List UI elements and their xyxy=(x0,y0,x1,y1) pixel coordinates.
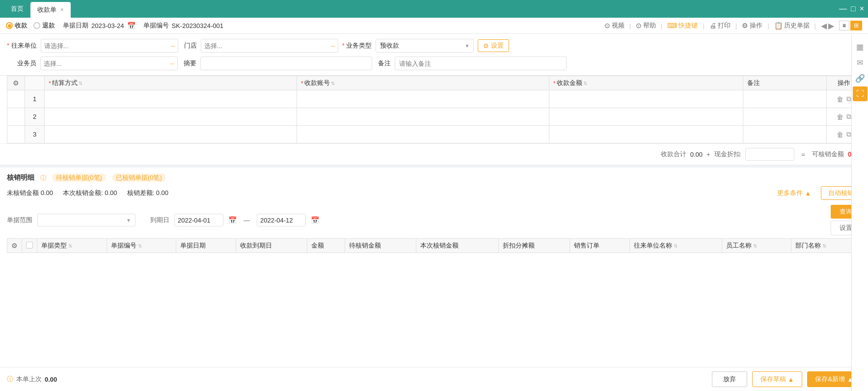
table-row: 1 🗑 ⧉ xyxy=(7,90,861,108)
nav-receipt[interactable]: 收款单 × xyxy=(30,2,71,18)
sort-dept-icon[interactable]: ⇅ xyxy=(822,243,826,249)
copy-row-3-button[interactable]: ⧉ xyxy=(846,130,851,139)
counterparty-more-icon[interactable]: ··· xyxy=(170,42,175,50)
due-date-start-input[interactable] xyxy=(174,214,223,226)
list-view-btn[interactable]: ≡ xyxy=(839,21,849,30)
bottom-table-gear-icon[interactable]: ⚙ xyxy=(11,242,18,250)
discount-input[interactable] xyxy=(745,148,794,161)
footer-info-icon[interactable]: ⓘ xyxy=(7,375,13,384)
nav-home[interactable]: 首页 xyxy=(4,0,30,18)
toolbar: 收款 退款 单据日期 2023-03-24 📅 单据编号 SK-20230324… xyxy=(0,18,868,34)
discard-button[interactable]: 放弃 xyxy=(712,371,747,387)
nav-next-icon[interactable]: ▶ xyxy=(828,21,834,30)
action-print[interactable]: 🖨 打印 xyxy=(709,21,731,30)
cell-settlement-3[interactable] xyxy=(45,126,297,143)
sidebar-table-icon[interactable]: ▦ xyxy=(853,39,868,54)
cell-remarks-3[interactable] xyxy=(743,126,827,143)
bth-sales-order: 销售订单 xyxy=(570,239,629,253)
verify-tab-done[interactable]: 已核销单据(0笔) xyxy=(112,173,166,182)
business-type-select[interactable]: 预收款 ▼ xyxy=(376,39,474,53)
cell-settlement-1[interactable] xyxy=(45,90,297,108)
right-sidebar: ▦ ✉ 🔗 ⛶ xyxy=(851,35,868,391)
staff-input[interactable] xyxy=(44,60,168,67)
verify-tab-pending[interactable]: 待核销单据(0笔) xyxy=(52,173,106,182)
due-date-start-calendar-icon[interactable]: 📅 xyxy=(228,216,237,224)
sidebar-expand-icon[interactable]: ⛶ xyxy=(853,86,868,101)
form-settings-button[interactable]: ⚙ 设置 xyxy=(478,39,509,52)
delete-row-2-button[interactable]: 🗑 xyxy=(837,112,843,121)
action-shortcut[interactable]: ⌨ 快捷键 xyxy=(667,21,698,30)
summary-input[interactable] xyxy=(200,56,372,70)
table-gear-icon[interactable]: ⚙ xyxy=(13,79,19,87)
verify-diff-stat: 核销差额: 0.00 xyxy=(127,189,169,197)
action-video[interactable]: ⊙ 视频 xyxy=(604,21,624,30)
current-verify-amount-stat: 本次核销金额: 0.00 xyxy=(63,189,117,197)
sort-bill-num-icon[interactable]: ⇅ xyxy=(138,243,142,249)
store-input-wrap[interactable]: ··· xyxy=(201,39,338,53)
store-input[interactable] xyxy=(204,42,328,50)
tab-close-icon[interactable]: × xyxy=(60,6,64,13)
sidebar-mail-icon[interactable]: ✉ xyxy=(853,55,868,70)
bth-counterparty: 往来单位名称 ⇅ xyxy=(630,239,722,253)
action-operations[interactable]: ⚙ 操作 xyxy=(742,21,762,30)
staff-more-icon[interactable]: ··· xyxy=(170,59,174,67)
view-toggle: ≡ ⊞ xyxy=(839,21,862,30)
remarks-input[interactable] xyxy=(395,56,567,70)
copy-row-1-button[interactable]: ⧉ xyxy=(846,95,851,103)
action-history[interactable]: 📋 历史单据 xyxy=(774,21,810,30)
sort-amount-icon[interactable]: ⇅ xyxy=(583,81,587,86)
window-actions: — □ × xyxy=(839,4,864,13)
history-icon: 📋 xyxy=(774,22,783,29)
counterparty-input[interactable] xyxy=(44,42,168,50)
action-help[interactable]: ⊙ 帮助 xyxy=(636,21,656,30)
top-nav: 首页 收款单 × — □ × xyxy=(0,0,868,18)
delete-row-1-button[interactable]: 🗑 xyxy=(837,95,843,103)
close-icon[interactable]: × xyxy=(860,4,864,13)
th-settlement: * 结算方式 ⇅ xyxy=(45,76,297,90)
sort-bill-type-icon[interactable]: ⇅ xyxy=(68,243,72,249)
cell-amount-1[interactable] xyxy=(549,90,743,108)
radio-refund[interactable]: 退款 xyxy=(33,21,55,30)
nav-prev-icon[interactable]: ◀ xyxy=(821,21,827,30)
th-settings: ⚙ xyxy=(7,76,25,90)
calendar-icon[interactable]: 📅 xyxy=(127,22,136,29)
cell-account-1[interactable] xyxy=(297,90,549,108)
due-date-end-input[interactable] xyxy=(257,214,306,226)
range-select[interactable]: ▼ xyxy=(37,214,136,226)
cell-remarks-1[interactable] xyxy=(743,90,827,108)
due-date-end-calendar-icon[interactable]: 📅 xyxy=(311,216,319,224)
settings-icon: ⚙ xyxy=(483,42,489,50)
sort-staff-icon[interactable]: ⇅ xyxy=(753,243,757,249)
grid-view-btn[interactable]: ⊞ xyxy=(850,21,862,30)
form-row-2: 业务员 ··· 摘要 备注 xyxy=(7,56,861,70)
select-all-checkbox[interactable] xyxy=(26,242,33,249)
maximize-icon[interactable]: □ xyxy=(851,4,856,13)
sidebar-link-icon[interactable]: 🔗 xyxy=(853,71,868,85)
save-draft-chevron-icon: ▲ xyxy=(788,376,794,383)
bth-discount: 折扣分摊额 xyxy=(498,239,570,253)
more-conditions-btn[interactable]: 更多条件 ▲ xyxy=(777,189,811,197)
store-more-icon[interactable]: ··· xyxy=(330,42,335,50)
cell-amount-2[interactable] xyxy=(549,108,743,126)
delete-row-3-button[interactable]: 🗑 xyxy=(837,130,843,139)
staff-input-wrap[interactable]: ··· xyxy=(40,56,178,70)
copy-row-2-button[interactable]: ⧉ xyxy=(846,112,851,121)
counterparty-input-wrap[interactable]: ··· xyxy=(41,39,178,53)
cell-account-2[interactable] xyxy=(297,108,549,126)
cell-amount-3[interactable] xyxy=(549,126,743,143)
radio-receipt[interactable]: 收款 xyxy=(6,21,27,30)
cell-settlement-2[interactable] xyxy=(45,108,297,126)
cell-remarks-2[interactable] xyxy=(743,108,827,126)
cell-account-3[interactable] xyxy=(297,126,549,143)
bth-staff: 员工名称 ⇅ xyxy=(722,239,791,253)
minimize-icon[interactable]: — xyxy=(839,4,847,13)
main-table-wrap: ⚙ * 结算方式 ⇅ * 收款账号 ⇅ xyxy=(0,76,868,143)
main-content: 收款 退款 单据日期 2023-03-24 📅 单据编号 SK-20230324… xyxy=(0,18,868,391)
save-draft-button[interactable]: 保存草稿 ▲ xyxy=(752,371,803,387)
sort-settlement-icon[interactable]: ⇅ xyxy=(79,81,82,86)
sort-account-icon[interactable]: ⇅ xyxy=(331,81,335,86)
radio-receipt-circle xyxy=(6,22,13,29)
sort-counterparty-icon[interactable]: ⇅ xyxy=(674,243,678,249)
verify-info-icon[interactable]: ⓘ xyxy=(40,174,46,182)
verification-table: ⚙ 单据类型 ⇅ 单据编号 xyxy=(7,238,861,253)
